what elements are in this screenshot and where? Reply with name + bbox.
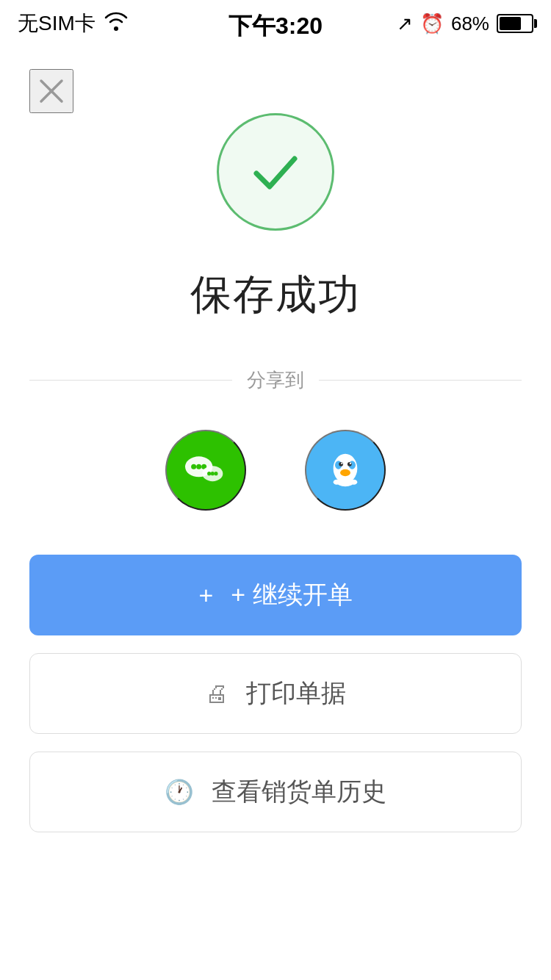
time-display: 下午3:20 — [228, 10, 323, 43]
history-icon: 🕐 — [165, 778, 194, 806]
alarm-icon: ⏰ — [420, 12, 444, 35]
continue-order-label: + 继续开单 — [231, 578, 352, 612]
svg-point-15 — [341, 463, 342, 464]
battery-fill — [500, 17, 521, 30]
success-title: 保存成功 — [190, 267, 361, 323]
divider-right — [319, 380, 522, 381]
share-section: 分享到 — [29, 367, 522, 511]
svg-point-9 — [214, 472, 217, 475]
svg-point-13 — [339, 462, 343, 466]
checkmark-icon — [246, 143, 305, 201]
action-buttons: + + 继续开单 🖨 打印单据 🕐 查看销货单历史 — [29, 555, 522, 832]
share-icons-container — [165, 430, 386, 511]
svg-point-19 — [334, 480, 340, 485]
print-icon: 🖨 — [205, 680, 228, 707]
carrier-text: 无SIM卡 — [18, 10, 96, 37]
svg-point-17 — [340, 469, 350, 476]
svg-point-7 — [207, 472, 211, 475]
wechat-share-button[interactable] — [165, 430, 246, 511]
location-icon: ↗ — [397, 12, 413, 35]
status-bar: 无SIM卡 下午3:20 ↗ ⏰ 68% — [0, 0, 551, 47]
history-button[interactable]: 🕐 查看销货单历史 — [29, 752, 522, 832]
svg-point-3 — [191, 464, 196, 469]
history-label: 查看销货单历史 — [212, 775, 386, 809]
status-right: ↗ ⏰ 68% — [397, 12, 533, 35]
print-label: 打印单据 — [246, 677, 346, 710]
share-label: 分享到 — [247, 367, 304, 393]
continue-order-button[interactable]: + + 继续开单 — [29, 555, 522, 635]
wechat-icon — [180, 444, 231, 496]
svg-point-8 — [211, 472, 215, 475]
svg-point-20 — [350, 480, 357, 485]
page-content: 保存成功 分享到 — [0, 47, 551, 980]
qq-share-button[interactable] — [305, 430, 386, 511]
carrier-info: 无SIM卡 — [18, 10, 129, 37]
divider-left — [29, 380, 232, 381]
print-button[interactable]: 🖨 打印单据 — [29, 653, 522, 734]
svg-point-14 — [347, 462, 352, 466]
wifi-icon — [103, 12, 129, 36]
success-circle — [217, 113, 334, 231]
share-divider: 分享到 — [29, 367, 522, 393]
continue-order-icon: + — [198, 581, 213, 610]
battery-percent: 68% — [451, 12, 489, 35]
qq-icon — [320, 444, 371, 496]
svg-point-16 — [350, 463, 351, 464]
close-button[interactable] — [29, 69, 73, 113]
battery-icon — [497, 14, 533, 33]
svg-point-4 — [196, 464, 201, 469]
